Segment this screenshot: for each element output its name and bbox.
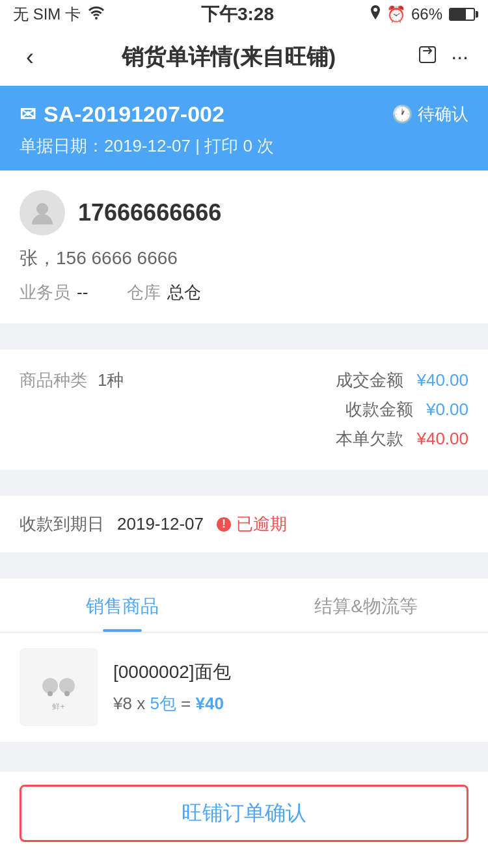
battery-icon bbox=[449, 8, 475, 21]
type-label: 商品种类 bbox=[20, 369, 87, 392]
order-id-text: SA-20191207-002 bbox=[44, 102, 224, 127]
deal-amount-row: 成交金额 ¥40.00 bbox=[336, 369, 468, 392]
status-time: 下午3:28 bbox=[201, 2, 274, 27]
warehouse-value: 总仓 bbox=[167, 281, 201, 304]
share-icon[interactable] bbox=[417, 44, 438, 70]
warehouse-meta: 仓库 总仓 bbox=[127, 281, 201, 304]
clock-icon: 🕐 bbox=[392, 104, 413, 124]
alarm-icon: ⏰ bbox=[386, 5, 406, 23]
customer-meta: 业务员 -- 仓库 总仓 bbox=[20, 281, 468, 304]
owed-amount-row: 本单欠款 ¥40.00 bbox=[336, 427, 468, 450]
product-type: 商品种类 1种 bbox=[20, 369, 124, 392]
order-status: 🕐 待确认 bbox=[392, 103, 468, 126]
due-date-value: 2019-12-07 bbox=[117, 514, 204, 534]
product-card: 鲜+ [0000002]面包 ¥8 x 5包 = ¥40 bbox=[0, 632, 488, 742]
status-text: 待确认 bbox=[418, 103, 468, 126]
avatar bbox=[20, 190, 65, 236]
order-header: ✉ SA-20191207-002 🕐 待确认 单据日期：2019-12-07 … bbox=[0, 86, 488, 170]
warehouse-label: 仓库 bbox=[127, 281, 161, 304]
product-price: ¥8 x 5包 = ¥40 bbox=[113, 692, 468, 715]
more-icon[interactable]: ··· bbox=[451, 45, 468, 69]
received-amount-row: 收款金额 ¥0.00 bbox=[346, 398, 468, 421]
tabs-bar: 销售商品 结算&物流等 bbox=[0, 578, 488, 632]
nav-bar: ‹ 销货单详情(来自旺铺) ··· bbox=[0, 29, 488, 86]
overdue-icon: ! bbox=[217, 517, 231, 532]
owed-amount: ¥40.00 bbox=[416, 429, 468, 449]
divider-1 bbox=[0, 336, 488, 349]
customer-card: 17666666666 张，156 6666 6666 业务员 -- 仓库 总仓 bbox=[0, 170, 488, 323]
status-left: 无 SIM 卡 bbox=[13, 4, 105, 25]
status-right: ⏰ 66% bbox=[370, 5, 475, 23]
customer-name: 张，156 6666 6666 bbox=[20, 246, 468, 271]
product-info: [0000002]面包 ¥8 x 5包 = ¥40 bbox=[113, 660, 468, 715]
owed-label: 本单欠款 bbox=[336, 427, 403, 450]
overdue-text: 已逾期 bbox=[236, 513, 287, 536]
product-total: ¥40 bbox=[196, 694, 224, 713]
summary-left: 商品种类 1种 bbox=[20, 369, 124, 392]
product-name: [0000002]面包 bbox=[113, 660, 468, 685]
overdue-badge: ! 已逾期 bbox=[217, 513, 287, 536]
sales-label: 业务员 bbox=[20, 281, 70, 304]
location-icon bbox=[370, 5, 381, 23]
divider-3 bbox=[0, 565, 488, 578]
product-qty: 5包 bbox=[150, 694, 176, 713]
multiply-sign: x bbox=[137, 694, 150, 713]
customer-top: 17666666666 bbox=[20, 190, 468, 236]
due-date-card: 收款到期日 2019-12-07 ! 已逾期 bbox=[0, 496, 488, 552]
customer-phone: 17666666666 bbox=[78, 199, 221, 226]
svg-point-1 bbox=[36, 203, 48, 215]
summary-card: 商品种类 1种 成交金额 ¥40.00 收款金额 ¥0.00 本单欠款 ¥40.… bbox=[0, 349, 488, 470]
back-button[interactable]: ‹ bbox=[20, 37, 40, 77]
svg-point-4 bbox=[47, 691, 53, 696]
deal-label: 成交金额 bbox=[336, 369, 403, 392]
divider-2 bbox=[0, 483, 488, 496]
sales-value: -- bbox=[77, 282, 88, 303]
order-date: 单据日期：2019-12-07 | 打印 0 次 bbox=[20, 135, 468, 157]
bottom-button-wrap: 旺铺订单确认 bbox=[0, 772, 488, 868]
confirm-order-button[interactable]: 旺铺订单确认 bbox=[20, 785, 468, 842]
order-icon: ✉ bbox=[20, 103, 36, 126]
carrier-text: 无 SIM 卡 bbox=[13, 4, 81, 25]
received-amount: ¥0.00 bbox=[426, 400, 468, 420]
svg-rect-0 bbox=[420, 47, 435, 62]
due-label: 收款到期日 bbox=[20, 513, 104, 536]
product-thumbnail: 鲜+ bbox=[20, 648, 98, 726]
svg-point-5 bbox=[64, 691, 70, 696]
status-bar: 无 SIM 卡 下午3:28 ⏰ 66% bbox=[0, 0, 488, 29]
deal-amount: ¥40.00 bbox=[416, 370, 468, 390]
order-id: ✉ SA-20191207-002 bbox=[20, 102, 224, 127]
tab-sales-products[interactable]: 销售商品 bbox=[0, 578, 244, 632]
order-id-row: ✉ SA-20191207-002 🕐 待确认 bbox=[20, 102, 468, 127]
price-value: ¥8 bbox=[113, 694, 132, 713]
nav-actions: ··· bbox=[417, 44, 468, 70]
battery-text: 66% bbox=[411, 5, 442, 23]
page-title: 销货单详情(来自旺铺) bbox=[40, 42, 417, 72]
received-label: 收款金额 bbox=[346, 398, 413, 421]
summary-right: 成交金额 ¥40.00 收款金额 ¥0.00 本单欠款 ¥40.00 bbox=[336, 369, 468, 450]
tab-settlement[interactable]: 结算&物流等 bbox=[244, 578, 488, 632]
sales-meta: 业务员 -- bbox=[20, 281, 88, 304]
equals-sign: = bbox=[181, 694, 195, 713]
svg-text:鲜+: 鲜+ bbox=[52, 702, 64, 711]
wifi-icon bbox=[87, 5, 105, 23]
type-value: 1种 bbox=[98, 369, 124, 392]
